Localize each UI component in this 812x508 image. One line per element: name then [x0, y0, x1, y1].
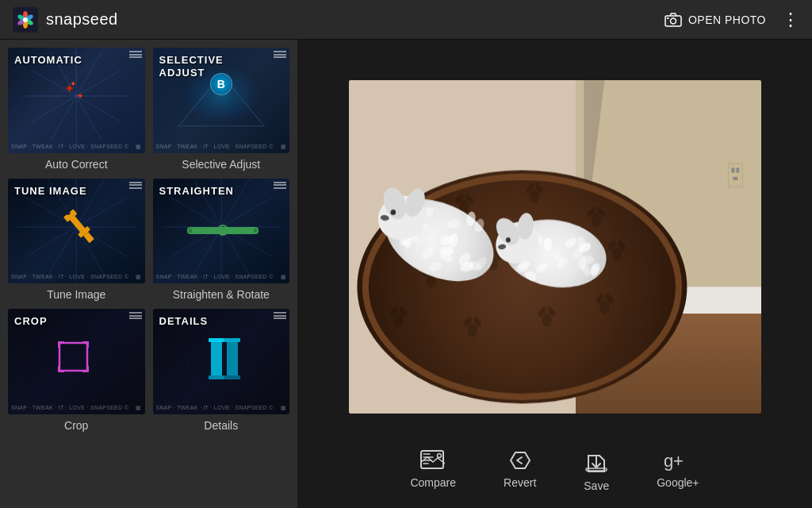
svg-point-81: [438, 454, 442, 458]
card-bottom-meta-3: SNAP · TWEAK · IT · LOVE · SNAPSEED © ▦: [8, 274, 145, 280]
svg-rect-61: [254, 229, 257, 233]
google-plus-label: Google+: [657, 476, 699, 489]
card-bottom-meta-6: SNAP · TWEAK · IT · LOVE · SNAPSEED © ▦: [153, 405, 290, 411]
auto-correct-label: Auto Correct: [8, 158, 145, 171]
action-bar: Compare Revert Save: [410, 441, 699, 496]
app-title: snapseed: [46, 10, 118, 29]
tools-panel: ✦ ✦ ✦ AUTOMATIC SNAP · TWEAK · IT · LOVE…: [0, 40, 297, 508]
photo-frame: [349, 80, 761, 414]
save-label: Save: [584, 479, 609, 492]
tool-card-straighten[interactable]: STRAIGHTEN SNAP · TWEAK · IT · LOVE · SN…: [153, 179, 290, 284]
selective-b-icon: B: [210, 73, 232, 95]
tool-item-details: DETAILS SNAP · TWEAK · IT · LOVE · SNAPS…: [153, 309, 290, 432]
camera-icon: [665, 13, 682, 27]
svg-rect-66: [58, 341, 60, 348]
right-panel: Compare Revert Save: [297, 40, 812, 508]
card-corner-decoration-5: [129, 312, 142, 319]
tool-card-crop[interactable]: CROP SNAP · TWEAK · IT · LOVE · SNAPSEED…: [8, 309, 145, 414]
tool-card-selective[interactable]: B SELECTIVEADJUST SNAP · TWEAK · IT · LO…: [153, 48, 290, 153]
tool-card-details[interactable]: DETAILS SNAP · TWEAK · IT · LOVE · SNAPS…: [153, 309, 290, 414]
svg-rect-74: [211, 340, 222, 378]
crop-label: Crop: [8, 419, 145, 432]
compare-icon: [420, 449, 446, 471]
card-bottom-meta: SNAP · TWEAK · IT · LOVE · SNAPSEED © ▦: [8, 144, 145, 150]
snapseed-logo-icon: [13, 7, 38, 33]
auto-correct-card-title: AUTOMATIC: [14, 54, 82, 66]
svg-rect-79: [224, 375, 240, 379]
crop-frame-icon: [56, 339, 95, 379]
open-photo-label: OPEN PHOTO: [688, 13, 766, 26]
card-corner-decoration-2: [274, 51, 286, 58]
header-right: OPEN PHOTO ⋮: [665, 11, 799, 29]
tool-card-tune[interactable]: TUNE IMAGE SNAP · TWEAK · IT · LOVE · SN…: [8, 179, 145, 284]
svg-rect-75: [227, 340, 238, 378]
tool-item-straighten: STRAIGHTEN SNAP · TWEAK · IT · LOVE · SN…: [153, 179, 290, 302]
level-icon: [187, 221, 259, 241]
tool-card-auto-correct[interactable]: ✦ ✦ ✦ AUTOMATIC SNAP · TWEAK · IT · LOVE…: [8, 48, 145, 153]
svg-rect-70: [58, 366, 60, 372]
svg-point-59: [221, 229, 224, 232]
card-corner-decoration-3: [129, 182, 142, 189]
card-bottom-meta-4: SNAP · TWEAK · IT · LOVE · SNAPSEED © ▦: [153, 274, 290, 280]
svg-rect-10: [667, 17, 669, 19]
svg-rect-8: [665, 16, 681, 26]
svg-rect-76: [209, 338, 224, 342]
wrench-icon: [60, 208, 104, 248]
photo-container: [313, 52, 796, 441]
straighten-label: Straighten & Rotate: [153, 288, 290, 301]
tool-item-tune: TUNE IMAGE SNAP · TWEAK · IT · LOVE · SN…: [8, 179, 145, 302]
card-corner-decoration-6: [274, 312, 286, 319]
details-card-title: DETAILS: [159, 315, 209, 327]
svg-rect-78: [209, 375, 224, 379]
save-icon: [585, 449, 607, 475]
crop-card-title: CROP: [14, 315, 48, 327]
svg-rect-68: [86, 341, 89, 348]
google-plus-icon: g +: [664, 449, 692, 471]
main-content: ✦ ✦ ✦ AUTOMATIC SNAP · TWEAK · IT · LOVE…: [0, 40, 812, 508]
tune-card-title: TUNE IMAGE: [14, 185, 87, 197]
revert-label: Revert: [504, 476, 536, 489]
app-header: snapseed OPEN PHOTO ⋮: [0, 0, 812, 40]
tool-item-crop: CROP SNAP · TWEAK · IT · LOVE · SNAPSEED…: [8, 309, 145, 432]
card-bottom-meta-2: SNAP · TWEAK · IT · LOVE · SNAPSEED © ▦: [153, 144, 290, 150]
tool-item-auto-correct: ✦ ✦ ✦ AUTOMATIC SNAP · TWEAK · IT · LOVE…: [8, 48, 145, 171]
svg-point-7: [23, 17, 28, 22]
revert-button[interactable]: Revert: [504, 449, 536, 492]
header-left: snapseed: [13, 7, 118, 33]
card-corner-decoration-4: [274, 182, 286, 189]
details-label: Details: [153, 419, 290, 432]
tool-item-selective: B SELECTIVEADJUST SNAP · TWEAK · IT · LO…: [153, 48, 290, 171]
tools-grid: ✦ ✦ ✦ AUTOMATIC SNAP · TWEAK · IT · LOVE…: [8, 48, 289, 432]
card-corner-decoration: [129, 51, 142, 58]
svg-rect-64: [59, 343, 87, 371]
open-photo-button[interactable]: OPEN PHOTO: [665, 13, 766, 27]
svg-text:+: +: [673, 451, 684, 471]
more-options-button[interactable]: ⋮: [782, 11, 799, 29]
svg-rect-72: [86, 366, 89, 372]
svg-rect-77: [224, 338, 240, 342]
svg-text:✦: ✦: [70, 79, 76, 88]
svg-rect-60: [189, 229, 192, 233]
selective-label: Selective Adjust: [153, 158, 290, 171]
svg-text:g: g: [664, 451, 673, 471]
compare-label: Compare: [410, 476, 456, 489]
svg-point-9: [670, 18, 676, 24]
card-bottom-meta-5: SNAP · TWEAK · IT · LOVE · SNAPSEED © ▦: [8, 405, 145, 411]
save-button[interactable]: Save: [584, 449, 609, 492]
svg-text:✦: ✦: [76, 90, 84, 102]
google-plus-button[interactable]: g + Google+: [657, 449, 699, 492]
photo-canvas: [349, 80, 761, 414]
compare-button[interactable]: Compare: [410, 449, 456, 492]
details-pillar-icon: [205, 336, 244, 383]
tune-label: Tune Image: [8, 288, 145, 301]
revert-icon: [508, 449, 533, 471]
straighten-card-title: STRAIGHTEN: [159, 185, 235, 197]
red-stars-icon: ✦ ✦ ✦: [60, 77, 100, 109]
